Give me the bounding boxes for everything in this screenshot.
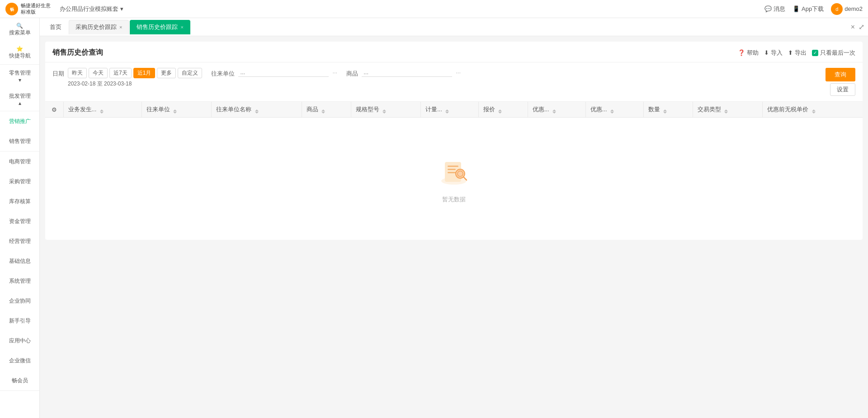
sidebar-item-purchase[interactable]: 采购管理: [0, 171, 39, 191]
tab-purchase-history[interactable]: 采购历史价跟踪 ×: [69, 20, 129, 34]
sort-down-icon: [812, 112, 816, 114]
sidebar-item-label: 搜索菜单: [9, 29, 31, 37]
message-icon: 💬: [764, 5, 772, 12]
th-no-tax-price-label: 优惠前无税单价: [767, 106, 808, 113]
tab-actions: × ⤢: [851, 23, 864, 31]
goods-dots: ...: [456, 68, 461, 75]
th-quantity[interactable]: 数量: [643, 102, 693, 118]
sidebar-item-search[interactable]: 🔍 搜索菜单: [0, 18, 39, 41]
sidebar-item-member[interactable]: 畅会员: [0, 370, 39, 390]
export-icon: ⬆: [788, 49, 793, 56]
page-header-actions: ❓ 帮助 ⬇ 导入 ⬆ 导出 只看最后一次: [738, 49, 855, 57]
sidebar-item-shortcut[interactable]: ⭐ 快捷导航: [0, 41, 39, 64]
sidebar-item-apps[interactable]: 应用中心: [0, 331, 39, 351]
only-last-toggle[interactable]: 只看最后一次: [812, 49, 855, 57]
date-btn-today[interactable]: 今天: [89, 68, 108, 78]
sidebar-item-system[interactable]: 系统管理: [0, 271, 39, 291]
sidebar-section-top: 🔍 搜索菜单 ⭐ 快捷导航: [0, 18, 39, 65]
th-discount1[interactable]: 优惠...: [528, 102, 585, 118]
sort-up-icon: [663, 109, 667, 111]
th-biz-date[interactable]: 业务发生...: [63, 102, 142, 118]
import-icon: ⬇: [764, 49, 769, 56]
th-partner-name[interactable]: 往来单位名称: [212, 102, 302, 118]
close-tab-button[interactable]: ×: [851, 23, 855, 31]
sidebar-item-inventory[interactable]: 库存核算: [0, 191, 39, 211]
export-button[interactable]: ⬆ 导出: [788, 49, 807, 57]
import-button[interactable]: ⬇ 导入: [764, 49, 783, 57]
only-last-checkbox[interactable]: [812, 50, 818, 56]
sort-down-icon: [382, 112, 386, 114]
sort-down-icon: [724, 112, 728, 114]
empty-icon: [436, 154, 472, 190]
th-discount2-label: 优惠...: [590, 106, 607, 113]
sidebar-item-label: 系统管理: [9, 277, 31, 285]
sidebar-item-sales[interactable]: 销售管理: [0, 131, 39, 151]
th-settings[interactable]: ⚙: [45, 102, 63, 118]
date-btn-last1m[interactable]: 近1月: [133, 68, 156, 78]
account-selector[interactable]: 办公用品行业模拟账套 ▾: [60, 5, 123, 13]
sort-arrows-no-tax: [812, 109, 816, 114]
expand-button[interactable]: ⤢: [859, 23, 864, 31]
sidebar-item-label: 企业协同: [9, 297, 31, 305]
th-biz-date-label: 业务发生...: [68, 106, 97, 113]
th-goods[interactable]: 商品: [302, 102, 351, 118]
sidebar-item-operation[interactable]: 经营管理: [0, 231, 39, 251]
sidebar-item-ecommerce[interactable]: 电商管理: [0, 152, 39, 171]
tab-close-sales[interactable]: ×: [180, 24, 183, 30]
sidebar-item-label: 电商管理: [9, 158, 31, 166]
sidebar-item-newuser[interactable]: 新手引导: [0, 311, 39, 331]
search-icon: 🔍: [16, 23, 23, 29]
app-download-button[interactable]: 📱 App下载: [793, 5, 824, 13]
th-spec[interactable]: 规格型号: [351, 102, 420, 118]
date-btn-more[interactable]: 更多: [157, 68, 176, 78]
query-button[interactable]: 查询: [826, 68, 855, 81]
sidebar-item-label: 零售管理: [9, 69, 31, 77]
sidebar-item-enterprise[interactable]: 企业协同: [0, 291, 39, 311]
svg-rect-6: [448, 172, 457, 173]
date-btn-yesterday[interactable]: 昨天: [68, 68, 87, 78]
partner-input[interactable]: [238, 68, 329, 77]
sort-down-icon: [255, 112, 259, 114]
message-button[interactable]: 💬 消息: [764, 5, 785, 13]
sidebar-item-label: 企业微信: [9, 357, 31, 365]
settings-button[interactable]: 设置: [830, 83, 855, 96]
data-table: ⚙ 业务发生... 往来单位: [45, 102, 863, 118]
th-no-tax-price[interactable]: 优惠前无税单价: [763, 102, 863, 118]
th-discount2[interactable]: 优惠...: [585, 102, 643, 118]
th-partner[interactable]: 往来单位: [142, 102, 211, 118]
tab-sales-history-label: 销售历史价跟踪: [137, 23, 178, 31]
sort-up-icon: [498, 109, 502, 111]
goods-input[interactable]: [362, 68, 452, 77]
th-unit[interactable]: 计量...: [420, 102, 478, 118]
sidebar-item-wholesale[interactable]: 批发管理 ▴: [0, 88, 39, 111]
sidebar-item-basic[interactable]: 基础信息: [0, 251, 39, 271]
th-spec-label: 规格型号: [356, 106, 379, 113]
sort-up-icon: [610, 109, 614, 111]
chevron-down-icon: ▾: [120, 5, 123, 12]
sort-down-icon: [552, 112, 556, 114]
page-header: 销售历史价查询 ❓ 帮助 ⬇ 导入 ⬆ 导出: [45, 42, 863, 62]
sidebar-item-retail[interactable]: 零售管理 ▾: [0, 65, 39, 88]
tab-sales-history[interactable]: 销售历史价跟踪 ×: [130, 20, 190, 34]
user-menu[interactable]: d demo2: [831, 3, 863, 15]
sort-arrows-price: [498, 109, 502, 114]
logo-icon: 畅: [5, 3, 18, 15]
th-price[interactable]: 报价: [478, 102, 528, 118]
tab-home[interactable]: 首页: [43, 20, 68, 34]
page-title: 销售历史价查询: [52, 48, 103, 57]
sidebar-item-label: 营销推广: [9, 118, 31, 125]
settings-icon[interactable]: ⚙: [52, 106, 57, 113]
help-button[interactable]: ❓ 帮助: [738, 49, 759, 57]
th-partner-label: 往来单位: [146, 106, 170, 113]
date-btn-last7[interactable]: 近7天: [109, 68, 132, 78]
sidebar-item-finance[interactable]: 资金管理: [0, 211, 39, 231]
th-quantity-label: 数量: [648, 106, 660, 113]
th-price-label: 报价: [483, 106, 495, 113]
sidebar-item-marketing[interactable]: 营销推广: [0, 111, 39, 131]
sort-up-icon: [552, 109, 556, 111]
date-buttons: 昨天 今天 近7天 近1月 更多 自定义: [68, 68, 202, 78]
th-trade-type[interactable]: 交易类型: [693, 102, 762, 118]
sidebar-item-wechat[interactable]: 企业微信: [0, 351, 39, 370]
date-btn-custom[interactable]: 自定义: [178, 68, 202, 78]
tab-close-purchase[interactable]: ×: [119, 24, 122, 30]
